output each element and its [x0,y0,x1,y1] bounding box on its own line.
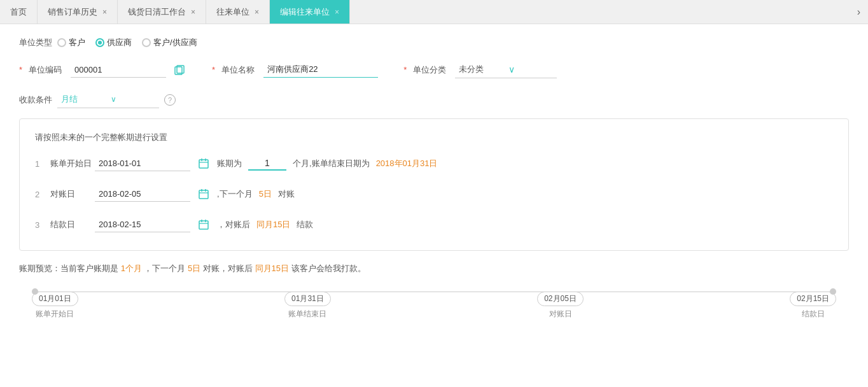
tab-edit-partner-close[interactable]: × [335,8,339,17]
row-label-1: 账单开始日 [50,158,95,169]
tab-more-button[interactable]: › [850,0,868,24]
payment-prefix: ，对账后 [217,219,250,230]
tab-edit-partner-label: 编辑往来单位 [280,6,330,18]
timeline-node-3: 02月15日 结款日 [790,292,836,320]
tab-home-label: 首页 [10,6,27,18]
radio-customer[interactable]: 客户 [57,37,85,48]
radio-supplier-label: 供应商 [107,37,132,48]
code-required-star: * [19,65,22,74]
preview-highlight1: 1个月 [121,264,142,273]
billing-section: 请按照未来的一个完整帐期进行设置 1 账单开始日 账期为 个月,账单结束日期为 [19,118,849,251]
radio-supplier[interactable]: 供应商 [95,37,132,48]
category-select[interactable]: 未分类 ∨ [455,61,557,78]
svg-rect-10 [199,221,208,229]
row-num-2: 2 [35,190,50,199]
recon-date-input[interactable] [95,186,190,202]
timeline-node-0: 01月01日 账单开始日 [32,292,78,320]
timeline-line [38,292,830,292]
payment-label: 收款条件 [19,94,52,106]
name-required-star: * [212,65,215,74]
timeline-node-2: 02月05日 对账日 [537,292,584,320]
payment-suffix2: 结款 [297,219,313,230]
row-num-1: 1 [35,159,50,169]
category-chevron-icon: ∨ [508,64,553,74]
period-suffix: 个月,账单结束日期为 [293,158,370,169]
tab-sales-history[interactable]: 销售订单历史 × [38,0,118,24]
radio-both[interactable]: 客户/供应商 [142,37,197,48]
preview-suffix: 该客户会给我打款。 [291,264,366,273]
payment-row: 收款条件 月结 ∨ ? [19,91,849,108]
recon-highlight: 5日 [259,188,272,200]
months-input[interactable] [248,157,286,171]
preview-highlight3: 同月15日 [255,264,289,273]
billing-row-1: 1 账单开始日 账期为 个月,账单结束日期为 2018年01月31日 [35,156,833,171]
code-copy-icon[interactable] [172,63,186,77]
category-label: 单位分类 [413,64,446,76]
preview-section: 账期预览：当前客户账期是 1个月 ，下一个月 5日 对账，对账后 同月15日 该… [19,261,849,276]
radio-both-circle [142,38,151,47]
main-content: 单位类型 客户 供应商 客户/供应商 * 单位编码 [0,24,868,387]
timeline-wrapper: 01月01日 账单开始日 01月31日 账单结束日 02月05日 对账日 02月… [19,288,849,320]
preview-middle1: ，下一个月 [144,264,185,273]
billing-row-3: 3 结款日 ，对账后 同月15日 结款 [35,217,833,232]
start-date-input[interactable] [95,156,190,171]
payment-select[interactable]: 月结 ∨ [57,91,159,108]
help-icon[interactable]: ? [164,94,176,106]
recon-prefix: ,下一个月 [217,188,253,200]
code-name-category-row: * 单位编码 * 单位名称 * 单位分类 未分类 ∨ [19,61,849,78]
payment-value: 月结 [61,94,106,105]
tab-sales-history-close[interactable]: × [102,8,107,17]
timeline-node-1: 01月31日 账单结束日 [284,292,331,320]
timeline-label-2: 对账日 [549,309,572,320]
period-prefix: 账期为 [217,158,242,169]
unit-type-row: 单位类型 客户 供应商 客户/供应商 [19,37,849,48]
timeline-label-3: 结款日 [802,309,825,320]
unit-type-label: 单位类型 [19,37,52,48]
tab-cash-daily-close[interactable]: × [191,8,195,17]
row-label-2: 对账日 [50,188,95,200]
row-value-3: ，对账后 同月15日 结款 [95,217,316,232]
category-required-star: * [403,65,407,74]
section-title: 请按照未来的一个完整帐期进行设置 [35,132,833,143]
tab-partner-close[interactable]: × [255,8,259,17]
payment-date-cal-icon[interactable] [197,218,211,232]
svg-rect-6 [199,190,208,199]
category-value: 未分类 [459,64,503,75]
tab-cash-daily-label: 钱货日清工作台 [128,6,186,18]
code-label: 单位编码 [29,64,62,76]
row-label-3: 结款日 [50,219,95,230]
tabs-bar: 首页 销售订单历史 × 钱货日清工作台 × 往来单位 × 编辑往来单位 × › [0,0,868,24]
billing-row-2: 2 对账日 ,下一个月 5日 对账 [35,186,833,202]
tab-home[interactable]: 首页 [0,0,38,24]
radio-supplier-circle [95,38,104,47]
name-input[interactable] [263,62,378,78]
tab-partner-label: 往来单位 [216,6,249,18]
timeline-left-dot [32,288,38,295]
svg-rect-2 [199,160,208,168]
recon-suffix2: 对账 [278,188,295,200]
row-value-1: 账期为 个月,账单结束日期为 2018年01月31日 [95,156,437,171]
payment-chevron-icon: ∨ [111,95,155,104]
payment-date-input[interactable] [95,217,190,232]
start-date-cal-icon[interactable] [197,157,211,171]
row-num-3: 3 [35,220,50,230]
radio-group-unit-type: 客户 供应商 客户/供应商 [57,37,197,48]
tab-cash-daily[interactable]: 钱货日清工作台 × [118,0,206,24]
radio-customer-label: 客户 [69,37,85,48]
timeline-right-dot [830,288,836,295]
radio-both-label: 客户/供应商 [153,37,197,48]
timeline-label-1: 账单结束日 [288,309,326,320]
recon-date-cal-icon[interactable] [197,187,211,201]
tab-partner[interactable]: 往来单位 × [206,0,270,24]
tab-sales-history-label: 销售订单历史 [48,6,97,18]
timeline-nodes: 01月01日 账单开始日 01月31日 账单结束日 02月05日 对账日 02月… [32,292,836,320]
preview-middle2: 对账，对账后 [203,264,253,273]
tab-edit-partner[interactable]: 编辑往来单位 × [270,0,350,24]
preview-highlight2: 5日 [188,264,200,273]
code-input[interactable] [71,62,166,78]
preview-prefix: 账期预览：当前客户账期是 [19,264,118,273]
timeline-label-0: 账单开始日 [36,309,74,320]
end-date-highlight: 2018年01月31日 [376,158,438,169]
name-label: 单位名称 [221,64,255,76]
row-value-2: ,下一个月 5日 对账 [95,186,297,202]
